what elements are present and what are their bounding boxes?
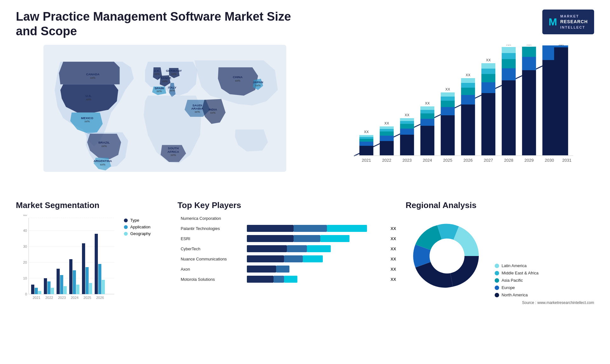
player-row: Nuance CommunicationsXX — [181, 255, 396, 262]
legend-europe: Europe — [495, 285, 539, 290]
svg-text:2026: 2026 — [96, 296, 104, 300]
svg-text:CHINA: CHINA — [233, 75, 243, 79]
svg-text:xx%: xx% — [86, 98, 91, 101]
svg-rect-128 — [69, 259, 72, 294]
svg-rect-122 — [51, 288, 54, 294]
svg-rect-125 — [60, 275, 63, 294]
player-value: XX — [390, 236, 396, 241]
svg-rect-54 — [420, 119, 434, 126]
svg-rect-134 — [89, 283, 92, 294]
svg-text:xx%: xx% — [255, 84, 261, 87]
svg-text:xx%: xx% — [210, 111, 216, 114]
svg-rect-57 — [420, 106, 434, 110]
svg-rect-121 — [47, 281, 51, 294]
player-bar-dark — [247, 255, 284, 262]
svg-text:INDIA: INDIA — [209, 108, 217, 111]
player-row: ESRIXX — [181, 235, 396, 242]
svg-rect-35 — [359, 146, 373, 155]
svg-rect-133 — [85, 267, 89, 294]
svg-text:xx%: xx% — [85, 120, 90, 123]
svg-text:XX: XX — [425, 101, 430, 105]
svg-text:2031: 2031 — [562, 158, 571, 163]
svg-rect-53 — [420, 126, 434, 155]
svg-text:2025: 2025 — [443, 158, 452, 163]
svg-text:ARGENTINA: ARGENTINA — [93, 159, 112, 163]
seg-legend-application: Application — [124, 225, 151, 229]
svg-text:XX: XX — [364, 130, 369, 134]
svg-text:xx%: xx% — [101, 145, 107, 148]
svg-text:xx%: xx% — [171, 72, 177, 76]
svg-rect-75 — [481, 63, 495, 69]
svg-text:2024: 2024 — [423, 158, 432, 163]
svg-text:XX: XX — [506, 45, 511, 46]
svg-text:2021: 2021 — [362, 158, 371, 163]
svg-rect-62 — [441, 97, 455, 101]
svg-rect-85 — [522, 47, 536, 57]
legend-mea: Middle East & Africa — [495, 271, 539, 275]
segmentation-chart: 0 10 20 30 40 2 — [16, 215, 118, 304]
svg-text:2021: 2021 — [33, 296, 40, 300]
svg-rect-81 — [502, 47, 516, 53]
svg-text:2022: 2022 — [382, 158, 391, 163]
svg-text:2023: 2023 — [58, 296, 66, 300]
geography-dot — [124, 232, 128, 236]
player-bar-mid — [284, 255, 303, 262]
svg-text:xx%: xx% — [100, 163, 105, 166]
legend-latin-america: Latin America — [495, 263, 539, 268]
logo-area: M MARKET RESEARCH INTELLECT — [542, 10, 594, 34]
svg-rect-84 — [522, 57, 536, 70]
svg-text:XX: XX — [384, 121, 389, 125]
bottom-section: Market Segmentation 0 10 20 30 40 — [16, 200, 594, 327]
svg-text:2027: 2027 — [484, 158, 493, 163]
player-name: Axon — [181, 267, 244, 272]
player-bar-mid — [294, 225, 327, 232]
player-bar-light — [327, 225, 367, 232]
svg-text:CANADA: CANADA — [86, 72, 99, 76]
svg-rect-42 — [380, 136, 394, 141]
svg-rect-66 — [461, 95, 475, 104]
player-row: Numerica Corporation — [181, 215, 396, 222]
player-bar-light — [307, 245, 331, 252]
north-america-dot — [495, 293, 499, 297]
player-name: Palantir Technologies — [181, 226, 244, 231]
svg-rect-73 — [481, 74, 495, 82]
svg-text:2022: 2022 — [45, 296, 53, 300]
svg-text:xx%: xx% — [195, 110, 200, 113]
svg-rect-37 — [359, 139, 373, 142]
svg-rect-65 — [461, 104, 475, 155]
player-bar-mid — [274, 276, 284, 283]
svg-rect-49 — [400, 124, 414, 129]
svg-text:xx%: xx% — [154, 72, 160, 76]
player-bar-mid — [294, 235, 320, 242]
svg-text:XX: XX — [559, 45, 563, 46]
segmentation-title: Market Segmentation — [16, 200, 171, 210]
player-bar-light — [303, 255, 323, 262]
svg-text:xx%: xx% — [170, 89, 175, 92]
svg-text:AFRICA: AFRICA — [167, 150, 179, 153]
key-players-area: Top Key Players Numerica CorporationPala… — [178, 200, 399, 327]
key-players-title: Top Key Players — [178, 200, 399, 210]
svg-rect-67 — [461, 88, 475, 95]
player-bar-dark — [247, 225, 294, 232]
player-bar-container — [247, 255, 386, 262]
logo-text: MARKET RESEARCH INTELLECT — [560, 14, 588, 30]
svg-text:JAPAN: JAPAN — [253, 80, 263, 84]
svg-text:2028: 2028 — [504, 158, 513, 163]
player-name: Numerica Corporation — [181, 216, 244, 221]
svg-text:ARABIA: ARABIA — [191, 107, 203, 110]
player-row: Palantir TechnologiesXX — [181, 225, 396, 232]
svg-text:xx%: xx% — [90, 76, 96, 79]
seg-legend-type: Type — [124, 218, 151, 223]
world-map-svg: CANADA xx% U.S. xx% MEXICO xx% BRAZIL xx… — [16, 45, 314, 172]
svg-text:2025: 2025 — [84, 296, 91, 300]
svg-rect-71 — [481, 93, 495, 155]
player-name: Motorola Solutions — [181, 277, 244, 282]
svg-rect-126 — [64, 286, 67, 294]
svg-text:XX: XX — [526, 45, 531, 46]
svg-rect-118 — [38, 291, 41, 294]
svg-text:XX: XX — [465, 73, 470, 77]
player-bar-container — [247, 215, 392, 222]
svg-text:GERMANY: GERMANY — [166, 69, 182, 73]
map-area: CANADA xx% U.S. xx% MEXICO xx% BRAZIL xx… — [16, 45, 314, 191]
application-dot — [124, 225, 128, 229]
